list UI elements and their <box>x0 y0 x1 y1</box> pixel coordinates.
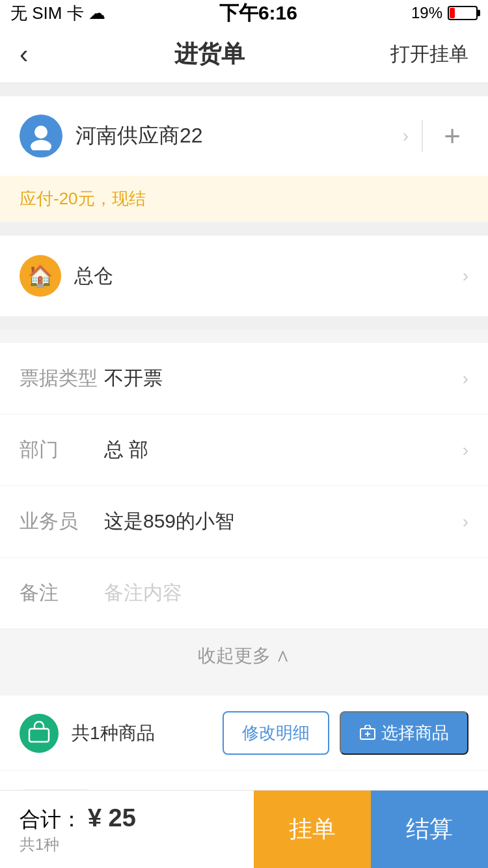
invoice-arrow-icon: › <box>463 368 468 389</box>
collapse-bar[interactable]: 收起更多 ∧ <box>0 629 488 683</box>
sales-label: 业务员 <box>20 508 104 535</box>
checkout-button[interactable]: 结算 <box>371 791 488 868</box>
back-button[interactable]: ‹ <box>20 40 28 69</box>
supplier-section: 河南供应商22 › + 应付-20元，现结 <box>0 96 488 223</box>
products-count: 共1种商品 <box>72 721 223 746</box>
sales-value: 这是859的小智 <box>104 508 456 535</box>
edit-detail-button[interactable]: 修改明细 <box>223 711 329 755</box>
top-divider <box>0 83 488 96</box>
invoice-row[interactable]: 票据类型 不开票 › <box>0 343 488 414</box>
sales-arrow-icon: › <box>463 511 468 532</box>
invoice-value: 不开票 <box>104 365 456 392</box>
mid-divider2 <box>0 317 488 330</box>
notice-bar: 应付-20元，现结 <box>0 176 488 223</box>
products-header: 共1种商品 修改明细 选择商品 <box>0 696 488 771</box>
total-section: 合计： ¥ 25 共1种 <box>0 791 254 868</box>
total-row: 合计： ¥ 25 <box>20 804 234 834</box>
select-product-button[interactable]: 选择商品 <box>340 711 468 755</box>
select-product-label: 选择商品 <box>381 722 449 744</box>
warehouse-icon-wrap: 🏠 <box>20 255 61 297</box>
total-count: 共1种 <box>20 834 234 855</box>
status-bar: 无 SIM 卡 ☁ 下午6:16 19% <box>0 0 488 26</box>
svg-point-1 <box>31 140 51 150</box>
remark-label: 备注 <box>20 580 104 606</box>
svg-point-0 <box>34 126 47 139</box>
warehouse-arrow-icon: › <box>463 265 468 286</box>
hang-button[interactable]: 挂单 <box>254 791 371 868</box>
department-label: 部门 <box>20 437 104 463</box>
avatar-icon <box>27 122 55 150</box>
products-icon <box>20 714 59 753</box>
battery-icon <box>448 6 478 20</box>
select-product-icon <box>359 725 376 742</box>
supplier-arrow-icon: › <box>403 126 409 146</box>
status-right: 19% <box>411 4 478 22</box>
svg-rect-2 <box>29 729 49 742</box>
sales-row[interactable]: 业务员 这是859的小智 › <box>0 486 488 558</box>
add-supplier-button[interactable]: + <box>436 120 468 152</box>
cart-icon <box>27 721 51 746</box>
form-section: 票据类型 不开票 › 部门 总 部 › 业务员 这是859的小智 › 备注 备注… <box>0 343 488 629</box>
status-time: 下午6:16 <box>219 0 297 27</box>
status-left: 无 SIM 卡 ☁ <box>10 2 105 25</box>
remark-row[interactable]: 备注 备注内容 <box>0 558 488 629</box>
warehouse-value: 总仓 <box>74 263 456 290</box>
warehouse-icon: 🏠 <box>27 264 53 288</box>
bottom-bar: 合计： ¥ 25 共1种 挂单 结算 <box>0 790 488 868</box>
open-pending-button[interactable]: 打开挂单 <box>390 41 468 68</box>
mid-divider1 <box>0 223 488 236</box>
supplier-avatar <box>20 115 62 157</box>
total-label: 合计： <box>20 807 82 831</box>
supplier-row[interactable]: 河南供应商22 › + <box>0 96 488 176</box>
department-value: 总 部 <box>104 437 456 463</box>
invoice-label: 票据类型 <box>20 365 104 392</box>
supplier-divider <box>422 120 423 152</box>
sim-status: 无 SIM 卡 ☁ <box>10 2 105 25</box>
page-title: 进货单 <box>174 38 245 70</box>
supplier-name: 河南供应商22 <box>75 122 396 150</box>
battery-percent: 19% <box>411 4 442 22</box>
total-amount: ¥ 25 <box>88 804 136 832</box>
nav-bar: ‹ 进货单 打开挂单 <box>0 26 488 83</box>
department-row[interactable]: 部门 总 部 › <box>0 414 488 486</box>
remark-input[interactable]: 备注内容 <box>104 580 468 606</box>
warehouse-row[interactable]: 🏠 总仓 › <box>0 236 488 317</box>
department-arrow-icon: › <box>463 440 468 461</box>
